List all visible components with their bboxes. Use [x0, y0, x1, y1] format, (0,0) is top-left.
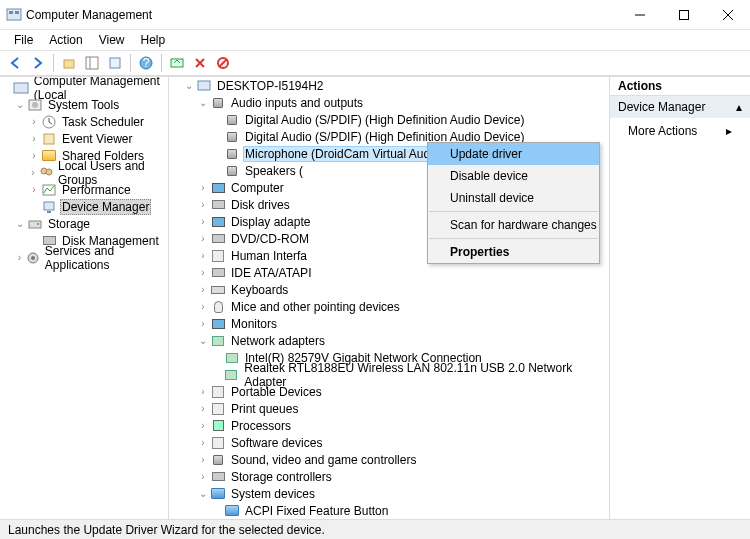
expand-icon[interactable]: ›	[197, 267, 209, 279]
category-audio[interactable]: ⌄Audio inputs and outputs	[169, 94, 609, 111]
menu-update-driver[interactable]: Update driver	[428, 143, 599, 165]
collapse-icon[interactable]: ⌄	[197, 488, 209, 500]
expand-icon[interactable]: ›	[197, 233, 209, 245]
svg-rect-2	[15, 11, 19, 14]
expand-icon[interactable]: ›	[197, 420, 209, 432]
app-icon	[6, 7, 22, 23]
expand-icon[interactable]: ›	[197, 454, 209, 466]
back-button[interactable]	[4, 52, 26, 74]
menu-disable-device[interactable]: Disable device	[428, 165, 599, 187]
node-computer-management[interactable]: Computer Management (Local	[0, 79, 168, 96]
svg-point-33	[31, 256, 35, 260]
device-tree-pane[interactable]: ⌄DESKTOP-I5194H2 ⌄Audio inputs and outpu…	[169, 77, 610, 519]
expand-icon[interactable]: ›	[197, 318, 209, 330]
category-processors[interactable]: ›Processors	[169, 417, 609, 434]
expand-icon[interactable]: ›	[28, 133, 40, 145]
expand-icon[interactable]: ›	[28, 184, 40, 196]
toolbar: ?	[0, 50, 750, 76]
window-title: Computer Management	[26, 8, 618, 22]
expand-icon[interactable]: ›	[14, 252, 25, 264]
actions-more-label: More Actions	[628, 124, 697, 138]
actions-section-device-manager[interactable]: Device Manager ▴	[610, 96, 750, 118]
collapse-icon[interactable]: ⌄	[197, 335, 209, 347]
minimize-button[interactable]	[618, 0, 662, 29]
actions-pane: Actions Device Manager ▴ More Actions ▸	[610, 77, 750, 519]
expand-icon[interactable]: ›	[197, 250, 209, 262]
up-button[interactable]	[58, 52, 80, 74]
collapse-icon[interactable]: ⌄	[14, 218, 26, 230]
actions-more[interactable]: More Actions ▸	[610, 118, 750, 144]
menu-uninstall-device[interactable]: Uninstall device	[428, 187, 599, 209]
category-print-queues[interactable]: ›Print queues	[169, 400, 609, 417]
expand-icon[interactable]: ›	[197, 301, 209, 313]
category-keyboards[interactable]: ›Keyboards	[169, 281, 609, 298]
category-ide[interactable]: ›IDE ATA/ATAPI	[169, 264, 609, 281]
menu-view[interactable]: View	[91, 31, 133, 49]
left-tree-pane[interactable]: Computer Management (Local ⌄System Tools…	[0, 77, 169, 519]
node-services-applications[interactable]: ›Services and Applications	[0, 249, 168, 266]
svg-rect-10	[110, 58, 120, 68]
show-hide-tree-button[interactable]	[81, 52, 103, 74]
menu-action[interactable]: Action	[41, 31, 90, 49]
scan-hardware-button[interactable]	[166, 52, 188, 74]
category-storage-controllers[interactable]: ›Storage controllers	[169, 468, 609, 485]
svg-rect-8	[86, 57, 98, 69]
category-monitors[interactable]: ›Monitors	[169, 315, 609, 332]
maximize-button[interactable]	[662, 0, 706, 29]
node-local-users[interactable]: ›Local Users and Groups	[0, 164, 168, 181]
svg-rect-30	[29, 221, 41, 228]
status-bar: Launches the Update Driver Wizard for th…	[0, 519, 750, 539]
expand-icon[interactable]: ›	[197, 437, 209, 449]
collapse-icon: ▴	[736, 100, 742, 114]
device-digital-audio-1[interactable]: Digital Audio (S/PDIF) (High Definition …	[169, 111, 609, 128]
device-root[interactable]: ⌄DESKTOP-I5194H2	[169, 77, 609, 94]
expand-icon[interactable]: ›	[197, 284, 209, 296]
collapse-icon[interactable]: ⌄	[197, 97, 209, 109]
actions-header: Actions	[610, 77, 750, 96]
close-button[interactable]	[706, 0, 750, 29]
collapse-icon[interactable]: ⌄	[14, 99, 26, 111]
category-network[interactable]: ⌄Network adapters	[169, 332, 609, 349]
disable-button[interactable]	[212, 52, 234, 74]
expand-icon[interactable]: ›	[197, 182, 209, 194]
device-acpi-button[interactable]: ACPI Fixed Feature Button	[169, 502, 609, 519]
expand-icon[interactable]: ›	[28, 116, 40, 128]
expand-icon[interactable]: ›	[197, 386, 209, 398]
menu-separator	[429, 211, 598, 212]
expand-icon[interactable]: ›	[197, 471, 209, 483]
svg-rect-29	[47, 211, 51, 213]
context-menu: Update driver Disable device Uninstall d…	[427, 142, 600, 264]
node-storage[interactable]: ⌄Storage	[0, 215, 168, 232]
category-system-devices[interactable]: ⌄System devices	[169, 485, 609, 502]
menu-scan-hardware[interactable]: Scan for hardware changes	[428, 214, 599, 236]
menubar: File Action View Help	[0, 30, 750, 50]
expand-icon[interactable]: ›	[197, 216, 209, 228]
menu-help[interactable]: Help	[133, 31, 174, 49]
svg-rect-1	[9, 11, 13, 14]
expand-icon[interactable]: ›	[197, 199, 209, 211]
collapse-icon[interactable]: ⌄	[183, 80, 195, 92]
titlebar: Computer Management	[0, 0, 750, 30]
main-content: Computer Management (Local ⌄System Tools…	[0, 76, 750, 519]
status-text: Launches the Update Driver Wizard for th…	[8, 523, 325, 537]
category-software-devices[interactable]: ›Software devices	[169, 434, 609, 451]
expand-icon[interactable]: ›	[28, 167, 38, 179]
menu-properties[interactable]: Properties	[428, 241, 599, 263]
properties-button[interactable]	[104, 52, 126, 74]
forward-button[interactable]	[27, 52, 49, 74]
svg-rect-24	[44, 134, 54, 144]
help-button[interactable]: ?	[135, 52, 157, 74]
category-mice[interactable]: ›Mice and other pointing devices	[169, 298, 609, 315]
category-sound-video[interactable]: ›Sound, video and game controllers	[169, 451, 609, 468]
device-realtek-wlan[interactable]: Realtek RTL8188EU Wireless LAN 802.11n U…	[169, 366, 609, 383]
chevron-right-icon: ▸	[726, 124, 732, 138]
svg-point-20	[32, 102, 38, 108]
node-device-manager[interactable]: Device Manager	[0, 198, 168, 215]
expand-icon[interactable]: ›	[197, 403, 209, 415]
svg-point-26	[46, 169, 52, 175]
node-event-viewer[interactable]: ›Event Viewer	[0, 130, 168, 147]
menu-file[interactable]: File	[6, 31, 41, 49]
node-task-scheduler[interactable]: ›Task Scheduler	[0, 113, 168, 130]
expand-icon[interactable]: ›	[28, 150, 40, 162]
uninstall-button[interactable]	[189, 52, 211, 74]
